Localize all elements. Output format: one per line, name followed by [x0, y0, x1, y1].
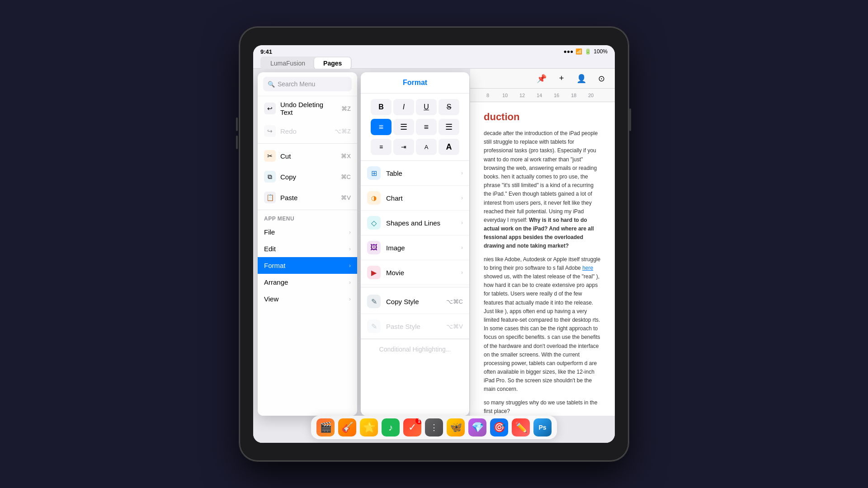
dock-garageband[interactable]: 🎸	[338, 418, 356, 436]
status-time: 9:41	[260, 48, 272, 55]
bold-button[interactable]: B	[371, 99, 392, 115]
format-movie-item[interactable]: ▶ Movie ›	[361, 260, 469, 285]
dock-lumafusion[interactable]: 🎬	[316, 418, 335, 436]
image-label: Image	[386, 244, 456, 252]
format-image-item[interactable]: 🖼 Image ›	[361, 235, 469, 260]
keynote-icon: 🎯	[493, 422, 505, 433]
underline-button[interactable]: U	[416, 99, 437, 115]
overflow-icon: ⋮	[430, 422, 438, 432]
movie-icon: ▶	[367, 266, 381, 279]
strikethrough-button[interactable]: S	[439, 99, 459, 115]
text-style-row: B I U S	[366, 99, 464, 115]
list-button[interactable]: ≡	[371, 139, 392, 155]
cut-icon: ✂	[264, 150, 276, 162]
shapes-icon: ◇	[367, 216, 381, 230]
dock-keynote[interactable]: 🎯	[490, 418, 508, 436]
vol-up-button[interactable]	[236, 117, 238, 131]
add-icon[interactable]: +	[555, 72, 568, 85]
tab-lumafusion[interactable]: LumaFusion	[261, 57, 314, 69]
movie-arrow: ›	[461, 269, 463, 276]
dock-spotify[interactable]: ♪	[382, 418, 400, 436]
menu-item-paste[interactable]: 📋 Paste ⌘V	[258, 187, 357, 208]
chart-arrow: ›	[461, 195, 463, 201]
copy-style-icon: ✎	[367, 295, 381, 308]
reeder-icon: ⭐	[363, 422, 375, 433]
tab-container: LumaFusion Pages	[260, 56, 352, 70]
dock-overflow[interactable]: ⋮	[425, 418, 443, 436]
font-large-button[interactable]: A	[439, 139, 459, 155]
copy-style-label: Copy Style	[386, 298, 441, 305]
menu-item-edit[interactable]: Edit ›	[258, 240, 357, 257]
divider-2	[258, 210, 357, 210]
undo-label: Undo Deleting Text	[280, 101, 337, 116]
cut-label: Cut	[280, 152, 336, 160]
format-title: Format	[403, 79, 427, 86]
menu-item-format[interactable]: Format ›	[258, 257, 357, 274]
ruler: 8 10 12 14 16 18 20	[470, 89, 615, 102]
menu-item-cut[interactable]: ✂ Cut ⌘X	[258, 145, 357, 166]
dock-kolibri[interactable]: ✏️	[512, 418, 530, 436]
search-field[interactable]: 🔍 Search Menu	[263, 77, 352, 91]
collab-icon[interactable]: 👤	[575, 72, 588, 85]
menu-item-copy[interactable]: ⧉ Copy ⌘C	[258, 166, 357, 187]
kolibri-icon: ✏️	[515, 422, 527, 433]
align-right-button[interactable]: ≡	[416, 119, 437, 135]
italic-button[interactable]: I	[393, 99, 414, 115]
ipad-screen: 9:41 ●●● 📶 🔋 100% LumaFusion Pages 📌	[253, 45, 615, 443]
ipad-frame: 9:41 ●●● 📶 🔋 100% LumaFusion Pages 📌	[240, 27, 628, 461]
align-center-button[interactable]: ☰	[393, 119, 414, 135]
format-paste-style-item[interactable]: ✎ Paste Style ⌥⌘V	[361, 314, 469, 339]
undo-icon: ↩	[264, 103, 276, 114]
lumafusion-icon: 🎬	[320, 422, 332, 433]
menu-item-file[interactable]: File ›	[258, 224, 357, 240]
file-chevron: ›	[349, 229, 351, 235]
more-icon[interactable]: ⊙	[595, 72, 608, 85]
paste-label: Paste	[280, 194, 336, 202]
menu-item-redo[interactable]: ↪ Redo ⌥⌘Z	[258, 121, 357, 141]
menu-item-arrange[interactable]: Arrange ›	[258, 274, 357, 291]
ruler-mark: 20	[582, 93, 599, 98]
search-placeholder: Search Menu	[278, 80, 315, 88]
arrange-label: Arrange	[264, 278, 344, 286]
vol-down-button[interactable]	[236, 136, 238, 149]
align-justify-button[interactable]: ☰	[439, 119, 459, 135]
conditional-highlighting[interactable]: Conditional Highlighting...	[361, 339, 469, 359]
pin-icon[interactable]: 📌	[535, 72, 548, 85]
table-icon: ⊞	[367, 166, 381, 180]
table-label: Table	[386, 169, 456, 177]
arrange-chevron: ›	[349, 279, 351, 286]
main-area: 📌 + 👤 ⊙ 8 10 12 14 16 18 20	[253, 69, 615, 443]
format-copy-style-item[interactable]: ✎ Copy Style ⌥⌘C	[361, 289, 469, 314]
align-left-button[interactable]: ≡	[371, 119, 392, 135]
format-chart-item[interactable]: ◑ Chart ›	[361, 186, 469, 211]
copy-shortcut: ⌘C	[341, 174, 351, 180]
shapes-label: Shapes and Lines	[386, 219, 456, 227]
pages-toolbar: 📌 + 👤 ⊙	[470, 69, 615, 89]
dock-gem[interactable]: 💎	[468, 418, 486, 436]
font-small-button[interactable]: A	[416, 139, 437, 155]
dock-pockity[interactable]: 🦋	[447, 418, 465, 436]
format-shapes-item[interactable]: ◇ Shapes and Lines ›	[361, 211, 469, 235]
power-button[interactable]	[629, 108, 631, 131]
cut-shortcut: ⌘X	[341, 153, 351, 160]
dock-reeder[interactable]: ⭐	[360, 418, 378, 436]
document-content[interactable]: duction decade after the introduction of…	[470, 102, 615, 416]
indent-button[interactable]: ⇥	[393, 139, 414, 155]
menu-item-undo[interactable]: ↩ Undo Deleting Text ⌘Z	[258, 96, 357, 121]
format-toolbar: B I U S ≡ ☰ ≡ ☰ ≡ ⇥	[361, 94, 469, 161]
search-icon: 🔍	[268, 81, 275, 88]
file-label: File	[264, 228, 344, 236]
list-indent-row: ≡ ⇥ A A	[366, 139, 464, 155]
shapes-arrow: ›	[461, 220, 463, 226]
dock-omnifocus[interactable]: ✓ 1	[403, 418, 421, 436]
paste-shortcut: ⌘V	[341, 194, 351, 201]
doc-heading: duction	[484, 111, 601, 123]
view-chevron: ›	[349, 296, 351, 302]
tab-pages[interactable]: Pages	[314, 57, 351, 69]
menu-item-view[interactable]: View ›	[258, 291, 357, 307]
alignment-row: ≡ ☰ ≡ ☰	[366, 119, 464, 135]
divider-1	[258, 143, 357, 144]
dock-photoshop[interactable]: Ps	[533, 418, 552, 436]
copy-icon: ⧉	[264, 171, 276, 183]
format-table-item[interactable]: ⊞ Table ›	[361, 161, 469, 186]
